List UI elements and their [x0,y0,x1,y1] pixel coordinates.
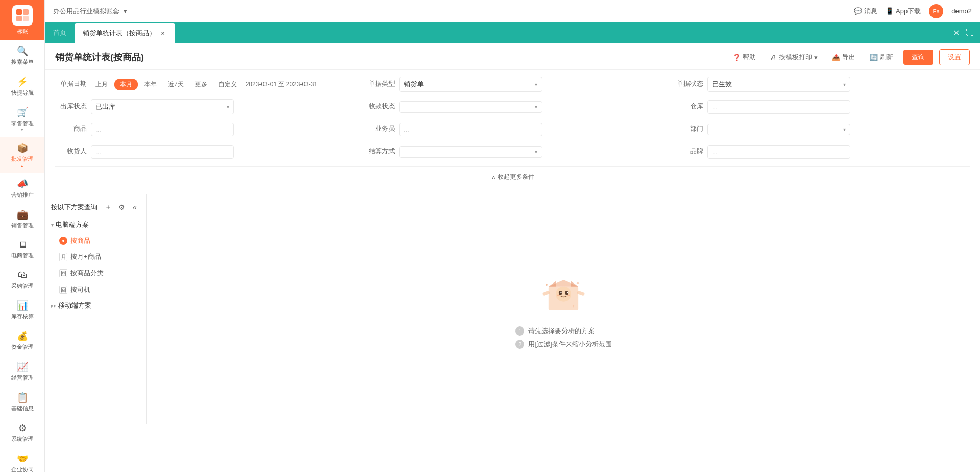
settings-button[interactable]: 设置 [939,49,970,65]
status-select-arrow: ▾ [843,82,846,87]
collapse-up-icon: ∧ [491,174,496,181]
sidebar-item-label-basic: 基础信息 [11,405,34,412]
scheme-item-label-printer: 按司机 [70,285,90,294]
date-more-btn[interactable]: 更多 [190,78,212,91]
query-button[interactable]: 查询 [903,50,933,65]
type-filter-value: 销货单 ▾ [399,76,662,92]
scheme-panel: 按以下方案查询 ＋ ⚙ « [45,194,147,424]
sidebar-item-wholesale[interactable]: 📦 批发管理 ▴ [0,137,44,173]
sidebar-item-collab[interactable]: 🤝 企业协同 [0,448,44,472]
tab-sales-stat-label: 销货单统计表（按商品） [83,29,156,38]
sidebar-item-marketing[interactable]: 📣 营销推广 [0,173,44,204]
help-button[interactable]: ❓ 帮助 [728,51,760,64]
status-select-value: 已生效 [712,80,732,89]
main-wrap: 办公用品行业模拟账套 ▾ 💬 消息 📱 App下载 Ea demo2 首页 销货… [45,0,980,472]
sidebar-item-operation[interactable]: 📈 经营管理 [0,356,44,387]
search-icon: 🔍 [17,45,28,57]
empty-step-2: 2 用[过滤]条件来缩小分析范围 [515,340,611,349]
sidebar-item-quicknav[interactable]: ⚡ 快捷导航 [0,71,44,102]
refresh-button[interactable]: 🔄 刷新 [866,51,897,64]
warehouse-select[interactable]: ... [707,100,850,114]
tab-expand-button[interactable]: ⛶ [964,26,976,39]
sidebar-item-basic[interactable]: 📋 基础信息 [0,387,44,417]
user-name[interactable]: demo2 [951,7,972,15]
scheme-item-icon-goods: ● [59,237,67,245]
breadcrumb-arrow: ▾ [124,7,127,15]
page-title: 销货单统计表(按商品) [55,51,144,63]
date-last-month-btn[interactable]: 上月 [91,78,112,91]
sidebar-item-sales[interactable]: 💼 销售管理 [0,204,44,234]
date-custom-btn[interactable]: 自定义 [214,78,241,91]
tab-sales-stat[interactable]: 销货单统计表（按商品） ✕ [75,23,175,43]
date-this-month-btn[interactable]: 本月 [114,79,138,90]
scheme-pc-header[interactable]: ▾ 电脑端方案 [45,217,146,232]
scheme-sub-icon-printer: 回 [59,286,67,294]
print-button[interactable]: 🖨 按模板打印 ▾ [766,51,822,64]
warehouse-filter-value: ... [707,99,970,115]
salesman-select[interactable]: ... [399,123,542,136]
dept-select[interactable]: ▾ [707,124,850,135]
scheme-add-button[interactable]: ＋ [103,202,114,213]
scheme-item-by-goods[interactable]: ● 按商品 [45,232,146,249]
sidebar-menu: 🔍 搜索菜单 ⚡ 快捷导航 🛒 零售管理 ▾ 📦 批发管理 ▴ 📣 营销推广 💼… [0,40,44,472]
sidebar-item-ecommerce[interactable]: 🖥 电商管理 [0,234,44,265]
date-this-year-btn[interactable]: 本年 [140,78,161,91]
sidebar-item-label-search: 搜索菜单 [11,58,34,66]
logo-area[interactable]: 标账 [0,0,44,40]
type-select[interactable]: 销货单 ▾ [399,77,542,92]
sidebar-item-finance[interactable]: 💰 资金管理 [0,325,44,356]
sidebar-item-search[interactable]: 🔍 搜索菜单 [0,40,44,71]
app-download-button[interactable]: 📱 App下载 [886,7,921,16]
step-num-2: 2 [515,340,524,349]
svg-point-10 [557,295,560,296]
date-filter-label: 单据日期 [55,76,91,88]
scheme-pc-section: ▾ 电脑端方案 ● 按商品 月 按月+商品 [45,217,146,298]
logo-text: 标账 [17,28,28,35]
salesman-filter-value: ... [399,121,662,137]
sidebar-item-retail[interactable]: 🛒 零售管理 ▾ [0,102,44,137]
type-select-value: 销货单 [404,80,424,89]
scheme-item-by-month-goods[interactable]: 月 按月+商品 [45,249,146,265]
collect-select[interactable]: ▾ [399,101,542,113]
page-content: 销货单统计表(按商品) ❓ 帮助 🖨 按模板打印 ▾ 📤 导出 [45,43,980,472]
query-label: 查询 [912,53,925,61]
message-button[interactable]: 💬 消息 [854,7,877,16]
logo-icon [12,5,33,26]
goods-dots: ... [95,126,101,133]
tab-home[interactable]: 首页 [45,22,75,43]
sidebar-item-system[interactable]: ⚙ 系统管理 [0,417,44,448]
goods-select[interactable]: ... [91,123,234,136]
sidebar-item-inventory[interactable]: 📊 库存核算 [0,295,44,325]
scheme-item-by-printer[interactable]: 回 按司机 [45,281,146,298]
out-select[interactable]: 已出库 ▾ [91,99,234,114]
finance-icon: 💰 [17,331,28,342]
collapse-filter-button[interactable]: ∧ 收起更多条件 [487,169,538,185]
status-filter-value: 已生效 ▾ [707,76,970,92]
receiver-filter-label: 收货人 [55,144,91,156]
sidebar-item-label-inventory: 库存核算 [11,313,34,320]
wholesale-icon: 📦 [17,143,28,154]
sidebar-item-label-marketing: 营销推广 [11,191,34,199]
status-select[interactable]: 已生效 ▾ [707,77,850,92]
tab-close-all-button[interactable]: ✕ [951,26,962,40]
scheme-item-by-goods-cat[interactable]: 回 按商品分类 [45,265,146,281]
filter-row-1: 单据日期 上月 本月 本年 近7天 更多 自定义 2023-03-01 至 20… [55,76,970,92]
step-num-1: 1 [515,326,524,336]
collapse-label: 收起更多条件 [498,173,534,181]
scheme-settings-button[interactable]: ⚙ [116,202,127,213]
scheme-collapse-button[interactable]: « [129,202,140,213]
receiver-select[interactable]: ... [91,145,234,159]
scheme-mobile-header[interactable]: ▸ 移动端方案 [45,298,146,313]
system-icon: ⚙ [18,422,27,434]
sidebar-item-purchase[interactable]: 🛍 采购管理 [0,265,44,295]
filter-row-2: 出库状态 已出库 ▾ 收款状态 ▾ 仓库 [55,99,970,115]
tab-close-button[interactable]: ✕ [159,29,167,37]
user-avatar[interactable]: Ea [929,4,943,18]
sidebar-item-label-ecommerce: 电商管理 [11,252,34,259]
settle-select[interactable]: ▾ [399,146,542,158]
scheme-sub-icon-goods-cat: 回 [59,269,67,277]
date-7days-btn[interactable]: 近7天 [163,78,188,91]
brand-select[interactable]: ... [707,145,850,159]
export-button[interactable]: 📤 导出 [828,51,860,64]
gear-icon: ⚙ [118,203,125,211]
